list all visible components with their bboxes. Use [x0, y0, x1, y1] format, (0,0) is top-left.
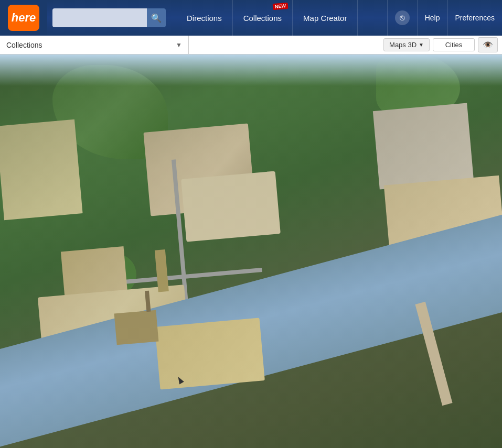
cities-button[interactable]: Cities	[433, 38, 475, 51]
map-controls: Maps 3D ▼ Cities 👁️	[383, 37, 502, 52]
building-cluster-right-top	[373, 103, 474, 189]
help-button[interactable]: Help	[417, 0, 447, 36]
square-plaza	[181, 171, 281, 242]
nav-bar: Directions Collections NEW Map Creator	[176, 0, 358, 36]
main-header: here 🔍 Directions Collections NEW Map Cr…	[0, 0, 502, 36]
riverside-buildings	[155, 318, 265, 390]
building-cluster-left	[0, 119, 83, 220]
collections-dropdown[interactable]: Collections ▼	[0, 36, 189, 54]
directions-label: Directions	[187, 14, 222, 23]
nav-directions[interactable]: Directions	[176, 0, 233, 36]
logo-text: here	[12, 11, 36, 25]
search-input[interactable]	[52, 8, 147, 27]
search-area: 🔍	[52, 8, 166, 27]
tower-building	[114, 310, 159, 345]
sub-header: Collections ▼ Maps 3D ▼ Cities 👁️	[0, 36, 502, 54]
logo-area: here	[0, 0, 47, 36]
collections-label: Collections	[243, 14, 282, 23]
header-right: ⎋ Help Preferences	[387, 0, 502, 36]
maps3d-arrow-icon: ▼	[419, 42, 424, 48]
map-area[interactable]	[0, 54, 502, 448]
glasses-button[interactable]: 👁️	[478, 37, 498, 52]
search-button[interactable]: 🔍	[147, 8, 166, 27]
maps3d-button[interactable]: Maps 3D ▼	[383, 38, 430, 51]
maps3d-label: Maps 3D	[389, 41, 416, 49]
nav-collections[interactable]: Collections NEW	[233, 0, 293, 36]
signin-button[interactable]: ⎋	[387, 0, 417, 36]
nav-map-creator[interactable]: Map Creator	[293, 0, 358, 36]
search-icon: 🔍	[151, 13, 162, 23]
preferences-button[interactable]: Preferences	[447, 0, 502, 36]
help-label: Help	[425, 14, 440, 22]
new-badge: NEW	[273, 3, 289, 10]
signin-icon: ⎋	[395, 10, 410, 25]
glasses-icon: 👁️	[483, 40, 493, 49]
map-creator-label: Map Creator	[303, 14, 347, 23]
dropdown-arrow-icon: ▼	[176, 41, 182, 49]
here-logo[interactable]: here	[8, 5, 39, 31]
preferences-label: Preferences	[455, 14, 495, 22]
cities-label: Cities	[445, 41, 463, 49]
collections-dropdown-label: Collections	[6, 41, 42, 49]
